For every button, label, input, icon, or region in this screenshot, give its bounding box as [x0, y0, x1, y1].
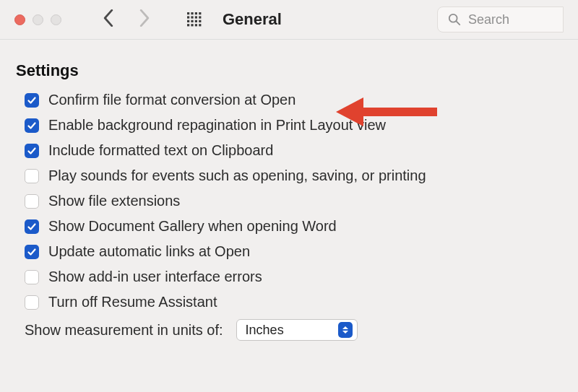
checkbox[interactable] [25, 245, 39, 259]
checkbox[interactable] [25, 118, 39, 133]
settings-list: Confirm file format conversion at OpenEn… [16, 92, 562, 310]
setting-row: Show file extensions [25, 193, 562, 209]
checkbox[interactable] [25, 169, 39, 183]
checkbox[interactable] [25, 270, 39, 284]
toolbar: General [0, 0, 578, 40]
measurement-select[interactable]: Inches [236, 319, 358, 341]
checkbox[interactable] [25, 219, 39, 234]
svg-line-17 [457, 22, 460, 25]
setting-row: Play sounds for events such as opening, … [25, 167, 562, 184]
close-window-button[interactable] [14, 14, 25, 25]
setting-label: Play sounds for events such as opening, … [48, 167, 426, 184]
setting-row: Update automatic links at Open [25, 243, 562, 260]
checkbox[interactable] [25, 295, 39, 310]
window-controls [14, 14, 61, 25]
svg-rect-2 [195, 12, 197, 14]
setting-label: Show add-in user interface errors [48, 269, 262, 285]
svg-rect-5 [191, 16, 193, 18]
svg-rect-0 [187, 12, 189, 14]
setting-label: Update automatic links at Open [48, 243, 250, 260]
checkbox[interactable] [25, 144, 39, 158]
setting-row: Show Document Gallery when opening Word [25, 218, 562, 235]
chevron-left-icon [101, 9, 116, 27]
setting-row: Enable background repagination in Print … [25, 117, 562, 134]
grid-icon [186, 12, 202, 27]
section-heading: Settings [16, 61, 562, 80]
svg-rect-9 [191, 20, 193, 22]
setting-label: Enable background repagination in Print … [48, 117, 386, 134]
svg-rect-13 [191, 24, 193, 26]
setting-label: Show Document Gallery when opening Word [48, 218, 337, 235]
setting-label: Turn off Resume Assistant [48, 294, 217, 310]
svg-rect-7 [199, 16, 201, 18]
svg-rect-6 [195, 16, 197, 18]
chevron-right-icon [137, 9, 152, 27]
check-icon [27, 146, 37, 156]
search-input[interactable] [468, 12, 553, 27]
setting-row: Confirm file format conversion at Open [25, 92, 562, 108]
checkbox[interactable] [25, 93, 39, 108]
setting-row: Show add-in user interface errors [25, 269, 562, 285]
svg-rect-1 [191, 12, 193, 14]
setting-row: Include formatted text on Clipboard [25, 142, 562, 159]
svg-rect-10 [195, 20, 197, 22]
svg-rect-15 [199, 24, 201, 26]
svg-rect-11 [199, 20, 201, 22]
search-icon [448, 13, 461, 26]
content: Settings Confirm file format conversion … [0, 40, 578, 341]
forward-button[interactable] [137, 9, 152, 30]
measurement-label: Show measurement in units of: [25, 322, 223, 339]
check-icon [27, 121, 37, 131]
setting-label: Show file extensions [48, 193, 180, 209]
show-all-button[interactable] [186, 12, 202, 27]
svg-rect-3 [199, 12, 201, 14]
select-stepper-icon [338, 322, 353, 338]
checkbox[interactable] [25, 194, 39, 209]
check-icon [27, 247, 37, 257]
setting-label: Include formatted text on Clipboard [48, 142, 273, 159]
search-field[interactable] [437, 6, 564, 32]
check-icon [27, 222, 37, 232]
minimize-window-button[interactable] [33, 14, 43, 25]
svg-rect-8 [187, 20, 189, 22]
check-icon [27, 95, 37, 105]
measurement-row: Show measurement in units of: Inches [25, 319, 562, 341]
svg-rect-4 [187, 16, 189, 18]
setting-row: Turn off Resume Assistant [25, 294, 562, 310]
back-button[interactable] [101, 9, 116, 30]
svg-point-16 [449, 14, 457, 22]
measurement-value: Inches [246, 323, 338, 338]
svg-rect-12 [187, 24, 189, 26]
svg-rect-14 [195, 24, 197, 26]
page-title: General [223, 10, 282, 29]
zoom-window-button[interactable] [51, 14, 61, 25]
nav-arrows [101, 9, 152, 30]
setting-label: Confirm file format conversion at Open [48, 92, 296, 108]
